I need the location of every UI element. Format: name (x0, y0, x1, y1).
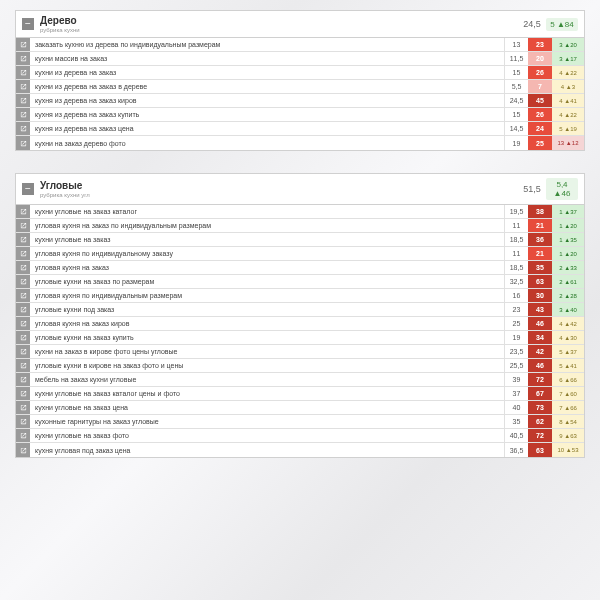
keyword-text[interactable]: кухни на заказ в кирове фото цены угловы… (30, 345, 504, 358)
metric-1: 14,5 (504, 122, 528, 135)
metric-delta: 8 ▲54 (552, 415, 584, 428)
external-link-icon[interactable] (16, 38, 30, 51)
keyword-text[interactable]: кухонные гарнитуры на заказ угловые (30, 415, 504, 428)
external-link-icon[interactable] (16, 443, 30, 457)
metric-1: 32,5 (504, 275, 528, 288)
keyword-text[interactable]: угловые кухни на заказ купить (30, 331, 504, 344)
metric-2: 45 (528, 94, 552, 107)
keyword-row: угловая кухня на заказ по индивидуальным… (16, 219, 584, 233)
keyword-text[interactable]: кухня из дерева на заказ цена (30, 122, 504, 135)
keyword-text[interactable]: кухни угловые на заказ цена (30, 401, 504, 414)
external-link-icon[interactable] (16, 136, 30, 150)
external-link-icon[interactable] (16, 387, 30, 400)
keyword-text[interactable]: кухня из дерева на заказ купить (30, 108, 504, 121)
keyword-row: кухни на заказ в кирове фото цены угловы… (16, 345, 584, 359)
metric-2: 26 (528, 66, 552, 79)
metric-1: 11 (504, 247, 528, 260)
metric-2: 23 (528, 38, 552, 51)
keyword-text[interactable]: кухни из дерева на заказ в дереве (30, 80, 504, 93)
group-subtitle: рубрика кухни угл (40, 192, 518, 198)
keyword-text[interactable]: кухня из дерева на заказ кирoв (30, 94, 504, 107)
keyword-text[interactable]: кухни массив на заказ (30, 52, 504, 65)
metric-2: 24 (528, 122, 552, 135)
keyword-text[interactable]: угловая кухня на заказ (30, 261, 504, 274)
external-link-icon[interactable] (16, 429, 30, 442)
external-link-icon[interactable] (16, 401, 30, 414)
metric-1: 40,5 (504, 429, 528, 442)
metric-delta: 9 ▲63 (552, 429, 584, 442)
keyword-group: −Дереворубрика кухни24,55 ▲84заказать ку… (15, 10, 585, 151)
metric-2: 20 (528, 52, 552, 65)
metric-2: 72 (528, 429, 552, 442)
metric-2: 67 (528, 387, 552, 400)
external-link-icon[interactable] (16, 345, 30, 358)
keyword-text[interactable]: угловые кухни на заказ по размерам (30, 275, 504, 288)
metric-delta: 2 ▲61 (552, 275, 584, 288)
external-link-icon[interactable] (16, 52, 30, 65)
keyword-text[interactable]: кухни на заказ дерево фото (30, 136, 504, 150)
external-link-icon[interactable] (16, 94, 30, 107)
keyword-text[interactable]: угловые кухни в кирове на заказ фото и ц… (30, 359, 504, 372)
collapse-button[interactable]: − (22, 18, 34, 30)
keyword-text[interactable]: кухни угловые на заказ каталог (30, 205, 504, 218)
external-link-icon[interactable] (16, 66, 30, 79)
keyword-row: заказать кухню из дерева по индивидуальн… (16, 38, 584, 52)
external-link-icon[interactable] (16, 247, 30, 260)
metric-delta: 4 ▲22 (552, 66, 584, 79)
metric-1: 15 (504, 66, 528, 79)
keyword-row: кухни угловые на заказ каталог19,5381 ▲3… (16, 205, 584, 219)
keyword-text[interactable]: угловые кухни под заказ (30, 303, 504, 316)
external-link-icon[interactable] (16, 373, 30, 386)
metric-2: 62 (528, 415, 552, 428)
external-link-icon[interactable] (16, 261, 30, 274)
keyword-row: угловые кухни под заказ23433 ▲40 (16, 303, 584, 317)
external-link-icon[interactable] (16, 233, 30, 246)
keyword-row: кухни массив на заказ11,5203 ▲17 (16, 52, 584, 66)
external-link-icon[interactable] (16, 317, 30, 330)
metric-delta: 1 ▲20 (552, 219, 584, 232)
keyword-row: мебель на заказ кухни угловые39726 ▲66 (16, 373, 584, 387)
keyword-text[interactable]: кухни угловые на заказ (30, 233, 504, 246)
external-link-icon[interactable] (16, 205, 30, 218)
keyword-row: кухни угловые на заказ фото40,5729 ▲63 (16, 429, 584, 443)
external-link-icon[interactable] (16, 289, 30, 302)
metric-delta: 4 ▲22 (552, 108, 584, 121)
external-link-icon[interactable] (16, 303, 30, 316)
keyword-text[interactable]: заказать кухню из дерева по индивидуальн… (30, 38, 504, 51)
keyword-text[interactable]: кухня угловая под заказ цена (30, 443, 504, 457)
external-link-icon[interactable] (16, 331, 30, 344)
keyword-row: угловые кухни в кирове на заказ фото и ц… (16, 359, 584, 373)
keyword-text[interactable]: кухни угловые на заказ фото (30, 429, 504, 442)
metric-1: 13 (504, 38, 528, 51)
keyword-text[interactable]: угловая кухня на заказ по индивидуальным… (30, 219, 504, 232)
external-link-icon[interactable] (16, 275, 30, 288)
metric-delta: 4 ▲30 (552, 331, 584, 344)
keyword-text[interactable]: кухни угловые на заказ каталог цены и фо… (30, 387, 504, 400)
metric-delta: 1 ▲37 (552, 205, 584, 218)
keyword-row: угловая кухня на заказ кирoв25464 ▲42 (16, 317, 584, 331)
external-link-icon[interactable] (16, 219, 30, 232)
metric-2: 25 (528, 136, 552, 150)
external-link-icon[interactable] (16, 80, 30, 93)
keyword-text[interactable]: угловая кухня на заказ кирoв (30, 317, 504, 330)
keyword-row: угловая кухня по индивидуальным размерам… (16, 289, 584, 303)
external-link-icon[interactable] (16, 108, 30, 121)
metric-2: 46 (528, 317, 552, 330)
keyword-text[interactable]: мебель на заказ кухни угловые (30, 373, 504, 386)
collapse-button[interactable]: − (22, 183, 34, 195)
metric-delta: 13 ▲12 (552, 136, 584, 150)
external-link-icon[interactable] (16, 122, 30, 135)
metric-1: 19 (504, 331, 528, 344)
keyword-group: −Угловыерубрика кухни угл51,55,4 ▲46кухн… (15, 173, 585, 458)
keyword-text[interactable]: угловая кухня по индивидуальному заказу (30, 247, 504, 260)
external-link-icon[interactable] (16, 415, 30, 428)
external-link-icon[interactable] (16, 359, 30, 372)
metric-1: 19,5 (504, 205, 528, 218)
keyword-text[interactable]: угловая кухня по индивидуальным размерам (30, 289, 504, 302)
group-badge: 5 ▲84 (546, 18, 578, 31)
metric-delta: 5 ▲19 (552, 122, 584, 135)
metric-delta: 5 ▲37 (552, 345, 584, 358)
keyword-row: кухни угловые на заказ цена40737 ▲66 (16, 401, 584, 415)
metric-1: 23 (504, 303, 528, 316)
keyword-text[interactable]: кухни из дерева на заказ (30, 66, 504, 79)
